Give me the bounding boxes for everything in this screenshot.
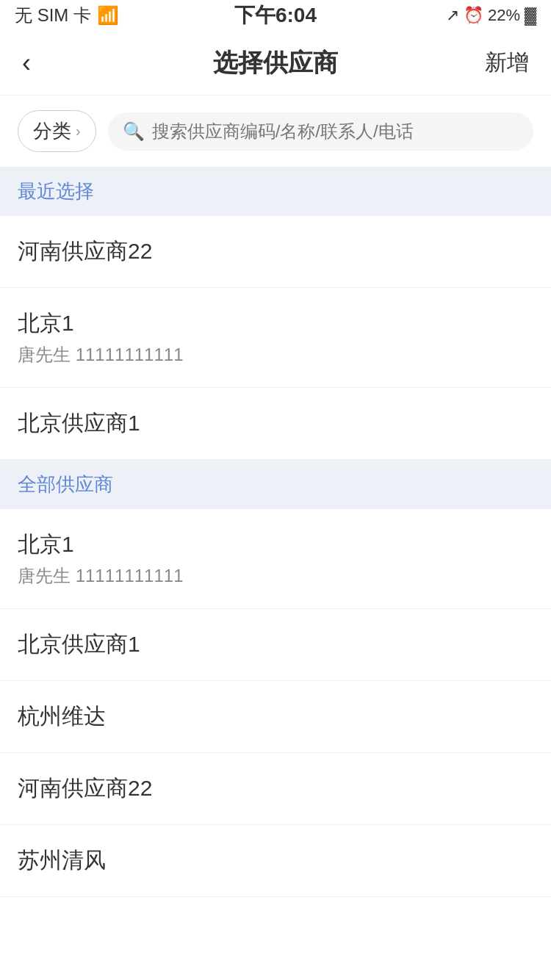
status-time: 下午6:04 — [234, 1, 317, 29]
list-item[interactable]: 杭州维达 — [0, 681, 551, 753]
all-section-label: 全部供应商 — [18, 473, 113, 495]
search-input[interactable] — [152, 121, 519, 142]
item-name: 北京供应商1 — [18, 630, 533, 660]
search-box: 🔍 — [108, 112, 533, 151]
recent-list: 河南供应商22北京1 唐先生 11111111111北京供应商1 — [0, 216, 551, 460]
item-name: 北京1 — [18, 530, 533, 560]
list-item[interactable]: 北京供应商1 — [0, 388, 551, 460]
list-item[interactable]: 河南供应商22 — [0, 216, 551, 288]
item-sub: 唐先生 11111111111 — [18, 564, 533, 588]
back-button[interactable]: ‹ — [22, 48, 66, 79]
nav-bar: ‹ 选择供应商 新增 — [0, 31, 551, 96]
category-button[interactable]: 分类 › — [18, 110, 96, 152]
list-item[interactable]: 北京1 唐先生 11111111111 — [0, 509, 551, 609]
location-icon: ↗ — [446, 6, 459, 25]
all-section-header: 全部供应商 — [0, 460, 551, 509]
filter-bar: 分类 › 🔍 — [0, 96, 551, 167]
status-left: 无 SIM 卡 📶 — [15, 4, 119, 27]
status-bar: 无 SIM 卡 📶 下午6:04 ↗ ⏰ 22% ▓ — [0, 0, 551, 31]
status-right: ↗ ⏰ 22% ▓ — [446, 6, 536, 25]
alarm-icon: ⏰ — [464, 6, 483, 25]
recent-section-label: 最近选择 — [18, 180, 94, 202]
search-icon: 🔍 — [123, 121, 145, 142]
item-sub: 唐先生 11111111111 — [18, 343, 533, 367]
chevron-right-icon: › — [76, 123, 81, 140]
item-name: 杭州维达 — [18, 702, 533, 732]
item-name: 苏州清风 — [18, 846, 533, 876]
list-item[interactable]: 北京1 唐先生 11111111111 — [0, 288, 551, 388]
all-list: 北京1 唐先生 11111111111北京供应商1杭州维达河南供应商22苏州清风 — [0, 509, 551, 897]
battery-label: 22% — [488, 6, 520, 25]
wifi-icon: 📶 — [97, 5, 119, 26]
item-name: 河南供应商22 — [18, 237, 533, 267]
item-name: 北京供应商1 — [18, 408, 533, 439]
list-item[interactable]: 北京供应商1 — [0, 609, 551, 681]
item-name: 河南供应商22 — [18, 774, 533, 804]
recent-section-header: 最近选择 — [0, 167, 551, 216]
battery-icon: ▓ — [525, 6, 536, 25]
category-label: 分类 — [33, 118, 71, 144]
list-item[interactable]: 河南供应商22 — [0, 753, 551, 825]
list-item[interactable]: 苏州清风 — [0, 825, 551, 897]
add-button[interactable]: 新增 — [485, 48, 529, 78]
item-name: 北京1 — [18, 309, 533, 339]
page-title: 选择供应商 — [213, 46, 338, 80]
no-sim-label: 无 SIM 卡 — [15, 4, 91, 27]
